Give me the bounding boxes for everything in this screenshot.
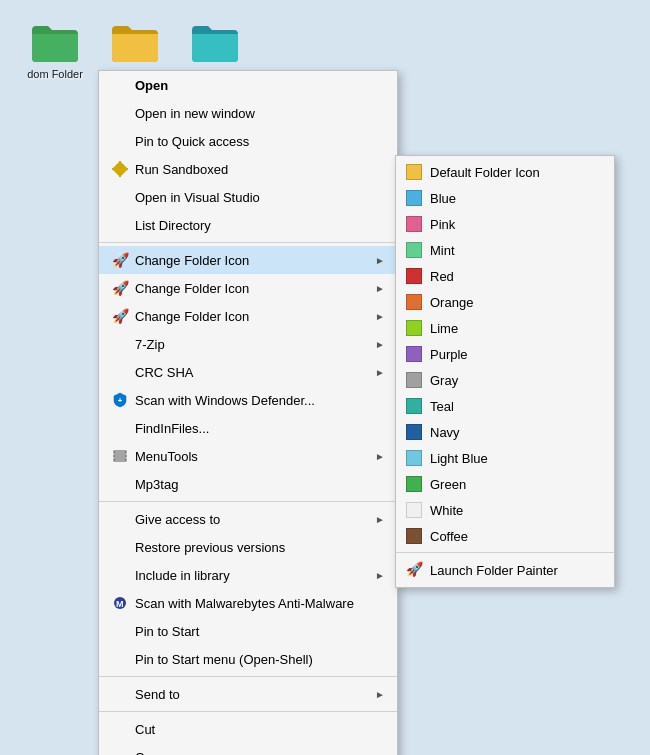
- menu-label-pin-to-start-menu: Pin to Start menu (Open-Shell): [135, 652, 385, 667]
- submenu-item-white[interactable]: White: [396, 497, 614, 523]
- folder-item-green[interactable]: dom Folder: [20, 20, 90, 80]
- menu-item-copy[interactable]: Copy: [99, 743, 397, 755]
- color-box-green: [406, 476, 422, 492]
- find-in-files-icon: [111, 419, 129, 437]
- color-box-white: [406, 502, 422, 518]
- submenu-arrow-give-access: ►: [375, 514, 385, 525]
- desktop: dom Folder Open Open in new window: [0, 0, 650, 755]
- submenu-item-purple[interactable]: Purple: [396, 341, 614, 367]
- folder-icon-teal: [190, 20, 240, 64]
- submenu-item-pink[interactable]: Pink: [396, 211, 614, 237]
- menu-label-mp3tag: Mp3tag: [135, 477, 385, 492]
- submenu-item-green[interactable]: Green: [396, 471, 614, 497]
- submenu-item-coffee[interactable]: Coffee: [396, 523, 614, 549]
- svg-rect-2: [114, 451, 126, 453]
- crc-sha-icon: [111, 363, 129, 381]
- menu-item-find-in-files[interactable]: FindInFiles...: [99, 414, 397, 442]
- menu-label-change-folder-icon-1: Change Folder Icon: [135, 253, 375, 268]
- menu-item-pin-to-start[interactable]: Pin to Start: [99, 617, 397, 645]
- copy-icon: [111, 748, 129, 755]
- menu-item-pin-quick-access[interactable]: Pin to Quick access: [99, 127, 397, 155]
- menu-item-include-in-library[interactable]: Include in library ►: [99, 561, 397, 589]
- separator-2: [99, 501, 397, 502]
- submenu-item-navy[interactable]: Navy: [396, 419, 614, 445]
- submenu-arrow-2: ►: [375, 283, 385, 294]
- sandboxed-icon: [111, 160, 129, 178]
- submenu-label-red: Red: [430, 269, 454, 284]
- menu-item-crc-sha[interactable]: CRC SHA ►: [99, 358, 397, 386]
- menu-item-scan-defender[interactable]: Scan with Windows Defender...: [99, 386, 397, 414]
- submenu-label-launch-folder-painter: Launch Folder Painter: [430, 563, 558, 578]
- submenu-item-mint[interactable]: Mint: [396, 237, 614, 263]
- menu-label-run-sandboxed: Run Sandboxed: [135, 162, 385, 177]
- pin-to-start-icon: [111, 622, 129, 640]
- color-box-orange: [406, 294, 422, 310]
- svg-rect-3: [114, 455, 126, 457]
- menu-item-cut[interactable]: Cut: [99, 715, 397, 743]
- menu-item-restore-versions[interactable]: Restore previous versions: [99, 533, 397, 561]
- submenu-label-coffee: Coffee: [430, 529, 468, 544]
- submenu-label-pink: Pink: [430, 217, 455, 232]
- pin-to-start-menu-icon: [111, 650, 129, 668]
- restore-versions-icon: [111, 538, 129, 556]
- open-new-window-icon: [111, 104, 129, 122]
- menu-item-pin-to-start-menu[interactable]: Pin to Start menu (Open-Shell): [99, 645, 397, 673]
- menu-label-include-in-library: Include in library: [135, 568, 375, 583]
- menu-label-scan-defender: Scan with Windows Defender...: [135, 393, 385, 408]
- menu-label-copy: Copy: [135, 750, 385, 756]
- menu-label-list-directory: List Directory: [135, 218, 385, 233]
- menu-label-restore-versions: Restore previous versions: [135, 540, 385, 555]
- menutools-icon: [111, 447, 129, 465]
- menu-label-open: Open: [135, 78, 385, 93]
- menu-item-list-directory[interactable]: List Directory: [99, 211, 397, 239]
- separator-1: [99, 242, 397, 243]
- menu-label-find-in-files: FindInFiles...: [135, 421, 385, 436]
- menu-item-run-sandboxed[interactable]: Run Sandboxed: [99, 155, 397, 183]
- menu-item-change-folder-icon-2[interactable]: 🚀 Change Folder Icon ►: [99, 274, 397, 302]
- menu-item-send-to[interactable]: Send to ►: [99, 680, 397, 708]
- color-box-light-blue: [406, 450, 422, 466]
- submenu-item-gray[interactable]: Gray: [396, 367, 614, 393]
- menu-item-open-new-window[interactable]: Open in new window: [99, 99, 397, 127]
- color-box-teal: [406, 398, 422, 414]
- submenu-label-purple: Purple: [430, 347, 468, 362]
- submenu-arrow-menutools: ►: [375, 451, 385, 462]
- color-submenu: Default Folder Icon Blue Pink Mint Red O…: [395, 155, 615, 588]
- color-box-gray: [406, 372, 422, 388]
- cut-icon: [111, 720, 129, 738]
- menu-label-open-visual-studio: Open in Visual Studio: [135, 190, 385, 205]
- menu-label-cut: Cut: [135, 722, 385, 737]
- color-box-navy: [406, 424, 422, 440]
- menu-label-send-to: Send to: [135, 687, 375, 702]
- submenu-item-launch-folder-painter[interactable]: 🚀 Launch Folder Painter: [396, 556, 614, 584]
- submenu-label-orange: Orange: [430, 295, 473, 310]
- submenu-item-red[interactable]: Red: [396, 263, 614, 289]
- menu-item-change-folder-icon-1[interactable]: 🚀 Change Folder Icon ►: [99, 246, 397, 274]
- color-box-coffee: [406, 528, 422, 544]
- menu-item-open-visual-studio[interactable]: Open in Visual Studio: [99, 183, 397, 211]
- submenu-item-lime[interactable]: Lime: [396, 315, 614, 341]
- submenu-item-teal[interactable]: Teal: [396, 393, 614, 419]
- submenu-item-default-folder-icon[interactable]: Default Folder Icon: [396, 159, 614, 185]
- menu-item-menutools[interactable]: MenuTools ►: [99, 442, 397, 470]
- menu-item-open[interactable]: Open: [99, 71, 397, 99]
- menu-item-change-folder-icon-3[interactable]: 🚀 Change Folder Icon ►: [99, 302, 397, 330]
- menu-label-7zip: 7-Zip: [135, 337, 375, 352]
- submenu-item-blue[interactable]: Blue: [396, 185, 614, 211]
- folder-icon-green: [30, 20, 80, 64]
- submenu-item-orange[interactable]: Orange: [396, 289, 614, 315]
- submenu-label-teal: Teal: [430, 399, 454, 414]
- color-box-mint: [406, 242, 422, 258]
- submenu-arrow-crc-sha: ►: [375, 367, 385, 378]
- menu-item-7zip[interactable]: 7-Zip ►: [99, 330, 397, 358]
- color-box-pink: [406, 216, 422, 232]
- submenu-item-light-blue[interactable]: Light Blue: [396, 445, 614, 471]
- menu-item-mp3tag[interactable]: Mp3tag: [99, 470, 397, 498]
- separator-3: [99, 676, 397, 677]
- menu-item-give-access[interactable]: Give access to ►: [99, 505, 397, 533]
- malwarebytes-icon: M: [111, 594, 129, 612]
- menu-item-scan-malwarebytes[interactable]: M Scan with Malwarebytes Anti-Malware: [99, 589, 397, 617]
- menu-label-open-new-window: Open in new window: [135, 106, 385, 121]
- color-box-purple: [406, 346, 422, 362]
- mp3tag-icon: [111, 475, 129, 493]
